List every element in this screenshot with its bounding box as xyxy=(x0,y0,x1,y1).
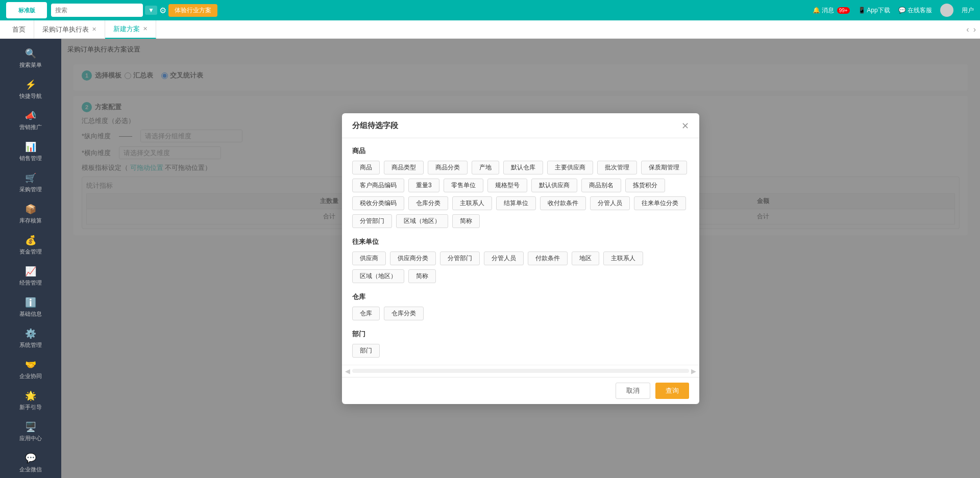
field-tag-product-18[interactable]: 结算单位 xyxy=(496,196,536,210)
field-tag-product-10[interactable]: 零售单位 xyxy=(444,179,483,192)
field-tag-partner-4[interactable]: 付款条件 xyxy=(528,251,568,265)
field-tag-product-17[interactable]: 主联系人 xyxy=(452,196,492,210)
sidebar-item-sales[interactable]: 📊 销售管理 xyxy=(0,136,61,167)
field-tag-product-4[interactable]: 默认仓库 xyxy=(503,161,543,174)
field-tag-product-3[interactable]: 产地 xyxy=(472,161,499,174)
app-download-btn[interactable]: 📱 App下载 xyxy=(858,6,890,15)
sidebar-item-enterprise[interactable]: 🤝 企业协同 xyxy=(0,354,61,385)
field-tag-product-16[interactable]: 仓库分类 xyxy=(408,196,448,210)
field-tag-partner-3[interactable]: 分管人员 xyxy=(484,251,524,265)
field-tag-product-2[interactable]: 商品分类 xyxy=(428,161,468,174)
modal-body[interactable]: 商品 商品 商品类型 商品分类 产地 默认仓库 主要供应商 批次管理 保质期管理… xyxy=(342,138,699,365)
search-menu-icon: 🔍 xyxy=(25,48,36,59)
main-layout: 🔍 搜索菜单 ⚡ 快捷导航 📣 营销推广 📊 销售管理 🛒 采购管理 📦 库存核… xyxy=(0,39,980,478)
field-tag-product-22[interactable]: 分管部门 xyxy=(352,214,392,228)
field-tag-product-12[interactable]: 默认供应商 xyxy=(531,179,577,192)
finance-icon: 💰 xyxy=(25,235,36,246)
sidebar-item-operations[interactable]: 📈 经营管理 xyxy=(0,261,61,292)
field-tag-dept-0[interactable]: 部门 xyxy=(352,344,380,358)
basic-info-icon: ℹ️ xyxy=(25,297,36,308)
avatar[interactable] xyxy=(940,4,953,17)
close-tab-purchase[interactable]: ✕ xyxy=(92,26,96,33)
field-tag-product-0[interactable]: 商品 xyxy=(352,161,380,174)
department-field-tags: 部门 xyxy=(352,344,689,358)
sidebar-item-wechat[interactable]: 💬 企业微信 xyxy=(0,447,61,478)
cancel-button[interactable]: 取消 xyxy=(616,383,650,399)
guide-icon: 🌟 xyxy=(25,390,36,401)
section-department: 部门 部门 xyxy=(352,330,689,358)
tab-home[interactable]: 首页 xyxy=(4,20,34,39)
confirm-button[interactable]: 查询 xyxy=(655,383,689,399)
modal-footer: 取消 查询 xyxy=(342,377,699,404)
field-tag-product-24[interactable]: 简称 xyxy=(452,214,480,228)
field-tag-product-6[interactable]: 批次管理 xyxy=(597,161,637,174)
field-tag-product-9[interactable]: 重量3 xyxy=(408,179,439,192)
close-tab-new-plan[interactable]: ✕ xyxy=(143,26,148,32)
search-dropdown-btn[interactable]: ▼ xyxy=(145,6,157,15)
field-tag-partner-6[interactable]: 主联系人 xyxy=(603,251,643,265)
field-tag-product-1[interactable]: 商品类型 xyxy=(384,161,424,174)
field-tag-product-21[interactable]: 往来单位分类 xyxy=(634,196,686,210)
section-warehouse-title: 仓库 xyxy=(352,292,689,301)
notification-area[interactable]: 🔔 消息 99+ xyxy=(813,6,850,15)
section-product: 商品 商品 商品类型 商品分类 产地 默认仓库 主要供应商 批次管理 保质期管理… xyxy=(352,146,689,228)
wechat-icon: 💬 xyxy=(25,452,36,464)
scroll-left-icon[interactable]: ◀ xyxy=(345,367,350,375)
experience-btn[interactable]: 体验行业方案 xyxy=(168,4,217,17)
tab-purchase-order[interactable]: 采购订单执行表 ✕ xyxy=(34,20,105,39)
field-tag-product-19[interactable]: 收付款条件 xyxy=(540,196,586,210)
warehouse-field-tags: 仓库 仓库分类 xyxy=(352,307,689,320)
search-area: ▼ ⚙ 体验行业方案 xyxy=(51,4,808,17)
sidebar-item-marketing[interactable]: 📣 营销推广 xyxy=(0,105,61,136)
scroll-right-icon[interactable]: ▶ xyxy=(691,367,696,375)
modal-close-btn[interactable]: ✕ xyxy=(681,120,689,132)
content-area: 采购订单执行表方案设置 1 选择模板 汇总表 交叉统计表 xyxy=(61,39,980,478)
field-tag-product-5[interactable]: 主要供应商 xyxy=(547,161,593,174)
search-input[interactable] xyxy=(51,4,143,17)
field-tag-product-15[interactable]: 税收分类编码 xyxy=(352,196,404,210)
field-tag-product-7[interactable]: 保质期管理 xyxy=(641,161,687,174)
sidebar-item-purchase[interactable]: 🛒 采购管理 xyxy=(0,167,61,198)
app-center-icon: 🖥️ xyxy=(25,421,36,433)
field-tag-product-13[interactable]: 商品别名 xyxy=(581,179,621,192)
sidebar-item-guide[interactable]: 🌟 新手引导 xyxy=(0,385,61,416)
sidebar-item-app-center[interactable]: 🖥️ 应用中心 xyxy=(0,416,61,447)
field-tag-product-23[interactable]: 区域（地区） xyxy=(396,214,448,228)
field-tag-partner-2[interactable]: 分管部门 xyxy=(440,251,480,265)
field-tag-product-11[interactable]: 规格型号 xyxy=(487,179,527,192)
sidebar-item-finance[interactable]: 💰 资金管理 xyxy=(0,230,61,261)
sidebar-item-inventory[interactable]: 📦 库存核算 xyxy=(0,198,61,230)
field-tag-product-20[interactable]: 分管人员 xyxy=(590,196,630,210)
section-product-title: 商品 xyxy=(352,146,689,156)
sidebar-item-system[interactable]: ⚙️ 系统管理 xyxy=(0,323,61,354)
field-tag-partner-0[interactable]: 供应商 xyxy=(352,251,386,265)
marketing-icon: 📣 xyxy=(25,110,36,121)
field-tag-product-8[interactable]: 客户商品编码 xyxy=(352,179,404,192)
notification-badge: 99+ xyxy=(837,7,850,14)
sidebar-item-basic-info[interactable]: ℹ️ 基础信息 xyxy=(0,292,61,323)
section-partner-title: 往来单位 xyxy=(352,237,689,246)
purchase-icon: 🛒 xyxy=(25,172,36,184)
field-tag-warehouse-0[interactable]: 仓库 xyxy=(352,307,380,320)
field-tag-partner-1[interactable]: 供应商分类 xyxy=(390,251,436,265)
sidebar-item-search[interactable]: 🔍 搜索菜单 xyxy=(0,43,61,74)
tab-next-icon[interactable]: › xyxy=(973,25,976,34)
sidebar: 🔍 搜索菜单 ⚡ 快捷导航 📣 营销推广 📊 销售管理 🛒 采购管理 📦 库存核… xyxy=(0,39,61,478)
partner-field-tags: 供应商 供应商分类 分管部门 分管人员 付款条件 地区 主联系人 区域（地区） … xyxy=(352,251,689,283)
product-field-tags: 商品 商品类型 商品分类 产地 默认仓库 主要供应商 批次管理 保质期管理 客户… xyxy=(352,161,689,228)
field-tag-partner-7[interactable]: 区域（地区） xyxy=(352,269,404,283)
gear-icon[interactable]: ⚙ xyxy=(159,6,166,15)
field-tag-partner-5[interactable]: 地区 xyxy=(572,251,599,265)
horizontal-scrollbar[interactable] xyxy=(352,369,689,373)
tab-new-plan[interactable]: 新建方案 ✕ xyxy=(105,20,156,39)
field-tag-warehouse-1[interactable]: 仓库分类 xyxy=(384,307,424,320)
modal-header: 分组待选字段 ✕ xyxy=(342,113,699,138)
tab-bar: 首页 采购订单执行表 ✕ 新建方案 ✕ ‹ › xyxy=(0,20,980,39)
sidebar-item-quick-nav[interactable]: ⚡ 快捷导航 xyxy=(0,74,61,105)
field-tag-product-14[interactable]: 拣货积分 xyxy=(625,179,665,192)
online-service-btn[interactable]: 💬 在线客服 xyxy=(898,6,932,15)
field-tag-partner-8[interactable]: 简称 xyxy=(408,269,436,283)
sales-icon: 📊 xyxy=(25,141,36,153)
tab-prev-icon[interactable]: ‹ xyxy=(966,25,969,34)
section-department-title: 部门 xyxy=(352,330,689,339)
